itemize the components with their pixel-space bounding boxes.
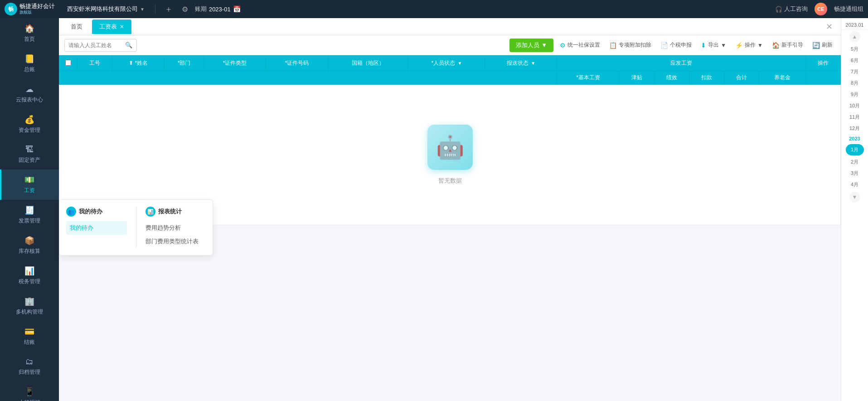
th-id-number: *证件号码: [266, 56, 328, 71]
timeline-item-3[interactable]: 3月: [841, 168, 868, 179]
fixed-assets-label: 固定资产: [19, 156, 40, 164]
operations-arrow: ▼: [757, 42, 763, 48]
export-arrow: ▼: [721, 42, 726, 48]
multi-org-icon: 🏢: [24, 296, 34, 306]
timeline-item-4[interactable]: 4月: [841, 179, 868, 190]
timeline-item-6[interactable]: 6月: [841, 55, 868, 66]
company-selector[interactable]: 西安虾米网络科技有限公司 ▼: [63, 5, 148, 13]
sidebar-item-tax[interactable]: 📊税务管理: [0, 261, 59, 291]
header-add-button[interactable]: ＋: [162, 4, 175, 14]
calendar-icon[interactable]: 📅: [233, 5, 241, 13]
popup-pending-header: 👥 我的待办: [66, 207, 127, 217]
tax-label: 税务管理: [19, 278, 40, 285]
new-guide-icon: 🏠: [772, 42, 780, 49]
timeline-item-10[interactable]: 10月: [841, 100, 868, 111]
timeline-item-11[interactable]: 11月: [841, 111, 868, 123]
timeline-item-9[interactable]: 9月: [841, 89, 868, 100]
add-people-button[interactable]: 添加人员 ▼: [509, 39, 553, 52]
tab-bar: 首页 工资表 ✕ ✕: [59, 18, 841, 35]
popup-item-dept-expense[interactable]: 部门费用类型统计表: [145, 235, 206, 248]
add-people-label: 添加人员: [516, 41, 539, 49]
tax-icon: 📊: [24, 266, 34, 276]
social-insurance-label: 统一社保设置: [567, 41, 600, 49]
header-period: 账期 2023-01 📅: [195, 5, 241, 13]
th-salary-group: 应发工资: [557, 56, 805, 71]
sidebar-item-invoice[interactable]: 🧾发票管理: [0, 200, 59, 230]
tab-home[interactable]: 首页: [63, 19, 90, 34]
service-button[interactable]: 🎧 人工咨询: [775, 5, 808, 13]
action-operations[interactable]: ⚡ 操作 ▼: [732, 41, 766, 49]
sidebar-item-cloud-report[interactable]: ☁云报表中心: [0, 79, 59, 109]
th-checkbox[interactable]: [59, 56, 78, 71]
th-allowance: 津贴: [619, 71, 654, 85]
sidebar-item-ledger[interactable]: 📒总账: [0, 48, 59, 79]
sidebar-item-fixed-assets[interactable]: 🏗固定资产: [0, 140, 59, 169]
sidebar-item-salary[interactable]: 💵工资: [0, 169, 59, 200]
ledger-label: 总账: [24, 66, 35, 73]
sidebar-item-home[interactable]: 🏠首页: [0, 18, 59, 48]
timeline-panel: 2023.01 ▲ 5月 6月 7月 8月 9月 10月 11月 12月 202…: [841, 18, 868, 401]
salary-icon: 💵: [24, 175, 34, 185]
report-icon: 📊: [145, 207, 155, 217]
timeline-item-7[interactable]: 7月: [841, 66, 868, 77]
close-window-button[interactable]: ✕: [822, 22, 836, 32]
popup-col-report: 📊 报表统计 费用趋势分析 部门费用类型统计表: [145, 207, 206, 248]
multi-org-label: 多机构管理: [16, 308, 43, 316]
search-input[interactable]: [68, 42, 123, 48]
app-name: 畅捷通好会计: [19, 3, 55, 10]
tab-salary[interactable]: 工资表 ✕: [92, 19, 131, 34]
select-all-checkbox[interactable]: [65, 60, 71, 66]
export-label: 导出: [708, 41, 719, 49]
popup-col-pending: 👥 我的待办 我的待办: [66, 207, 127, 248]
action-refresh[interactable]: 🔄 刷新: [810, 41, 835, 49]
report-header-label: 报表统计: [158, 208, 182, 216]
ledger-icon: 📒: [24, 54, 34, 64]
action-new-guide[interactable]: 🏠 新手引导: [769, 41, 806, 49]
sidebar-item-multi-org[interactable]: 🏢多机构管理: [0, 291, 59, 321]
timeline-item-8[interactable]: 8月: [841, 77, 868, 89]
salary-label: 工资: [24, 187, 35, 194]
user-avatar[interactable]: CE: [815, 3, 827, 15]
timeline-item-1-current[interactable]: 1月: [846, 144, 864, 155]
popup-item-my-todo[interactable]: 我的待办: [66, 221, 127, 235]
sidebar-item-cash[interactable]: 💰资金管理: [0, 109, 59, 140]
cloud-report-label: 云报表中心: [16, 96, 43, 104]
th-name: ⬆ *姓名: [112, 56, 165, 71]
home-label: 首页: [24, 35, 35, 43]
timeline-item-2[interactable]: 2月: [841, 156, 868, 168]
sidebar-item-xiaochang[interactable]: 📱小畅报销: [0, 382, 59, 401]
add-people-arrow: ▼: [541, 42, 547, 48]
special-deduction-icon: 📋: [609, 42, 617, 49]
search-box[interactable]: 🔍: [64, 39, 137, 52]
period-value: 2023-01: [209, 6, 231, 13]
home-icon: 🏠: [24, 24, 34, 34]
sidebar-item-inventory[interactable]: 📦库存核算: [0, 230, 59, 261]
tax-declaration-label: 个税申报: [670, 41, 692, 49]
action-social-insurance[interactable]: ⚙ 统一社保设置: [557, 41, 603, 49]
sidebar-item-archive[interactable]: 🗂归档管理: [0, 352, 59, 382]
header-right: 🎧 人工咨询 CE 畅捷通组组: [775, 3, 863, 15]
th-country: 国籍（地区）: [328, 56, 408, 71]
table-sub-header: *基本工资 津贴 绩效 扣款 合计 养老金: [59, 71, 841, 85]
timeline-item-12[interactable]: 12月: [841, 123, 868, 134]
tab-salary-close[interactable]: ✕: [120, 24, 124, 30]
archive-icon: 🗂: [25, 357, 34, 367]
tab-salary-label: 工资表: [99, 23, 117, 31]
refresh-label: 刷新: [822, 41, 833, 49]
timeline-item-5[interactable]: 5月: [841, 43, 868, 55]
header-settings-icon[interactable]: ⚙: [179, 5, 190, 14]
timeline-up-arrow[interactable]: ▲: [849, 31, 860, 42]
pending-icon: 👥: [66, 207, 76, 217]
th-deduction: 扣款: [689, 71, 724, 85]
timeline-header: 2023.01: [841, 20, 868, 30]
action-special-deduction[interactable]: 📋 专项附加扣除: [606, 41, 654, 49]
sidebar-item-settlement[interactable]: 💳结账: [0, 321, 59, 352]
popup-item-expense-trend[interactable]: 费用趋势分析: [145, 221, 206, 235]
action-export[interactable]: ⬇ 导出 ▼: [698, 41, 729, 49]
timeline-down-arrow[interactable]: ▼: [849, 192, 860, 203]
fixed-assets-icon: 🏗: [25, 145, 34, 155]
settlement-icon: 💳: [24, 327, 34, 337]
inventory-label: 库存核算: [19, 247, 40, 255]
action-tax-declaration[interactable]: 📄 个税申报: [658, 41, 694, 49]
th-id-type: *证件类型: [204, 56, 266, 71]
